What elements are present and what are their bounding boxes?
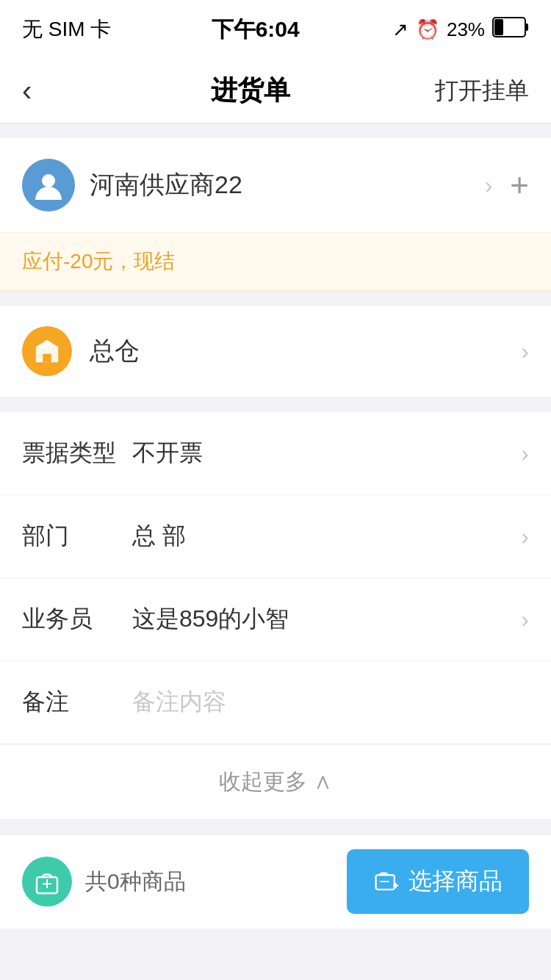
remarks-label: 备注	[22, 686, 125, 718]
warehouse-chevron-icon: ›	[521, 338, 529, 365]
notice-text: 应付-20元，现结	[22, 250, 175, 273]
select-product-label: 选择商品	[408, 865, 503, 898]
warehouse-section: 总仓 ›	[0, 306, 551, 397]
remarks-input[interactable]: 备注内容	[125, 686, 529, 718]
divider2	[0, 291, 551, 306]
collapse-row[interactable]: 收起更多 ∧	[0, 744, 551, 819]
bottom-bar: 共0种商品 选择商品	[0, 834, 551, 929]
collapse-label: 收起更多 ∧	[219, 767, 331, 797]
supplier-section: 河南供应商22 › + 应付-20元，现结	[0, 138, 551, 291]
department-value: 总 部	[125, 520, 521, 552]
product-count-text: 共0种商品	[85, 867, 186, 897]
department-row[interactable]: 部门 总 部 ›	[0, 495, 551, 578]
department-label: 部门	[22, 520, 125, 552]
department-chevron-icon: ›	[521, 523, 529, 550]
status-left: 无 SIM 卡	[22, 15, 118, 43]
warehouse-row[interactable]: 总仓 ›	[0, 306, 551, 397]
supplier-row[interactable]: 河南供应商22 › +	[0, 138, 551, 233]
salesperson-chevron-icon: ›	[521, 606, 529, 633]
alarm-icon: ⏰	[416, 18, 439, 41]
empty-area	[0, 929, 551, 980]
notice-banner: 应付-20元，现结	[0, 233, 551, 291]
carrier-text: 无 SIM 卡	[22, 15, 111, 43]
supplier-name: 河南供应商22	[90, 168, 485, 202]
salesperson-row[interactable]: 业务员 这是859的小智 ›	[0, 578, 551, 661]
svg-rect-3	[525, 24, 528, 31]
invoice-type-label: 票据类型	[22, 437, 125, 469]
svg-rect-2	[494, 19, 503, 35]
back-button[interactable]: ‹	[22, 74, 66, 107]
svg-rect-9	[376, 875, 395, 890]
salesperson-value: 这是859的小智	[125, 603, 521, 635]
form-section: 票据类型 不开票 › 部门 总 部 › 业务员 这是859的小智 › 备注 备注…	[0, 412, 551, 819]
open-pending-button[interactable]: 打开挂单	[435, 75, 529, 107]
supplier-avatar	[22, 159, 75, 212]
warehouse-name: 总仓	[90, 334, 521, 368]
warehouse-icon	[22, 326, 72, 376]
select-product-icon	[373, 868, 400, 895]
invoice-type-value: 不开票	[125, 437, 521, 469]
page-title: 进货单	[211, 73, 290, 109]
svg-rect-5	[43, 354, 51, 362]
product-count-icon	[22, 857, 72, 907]
divider4	[0, 819, 551, 834]
status-right: ↗ ⏰ 23%	[392, 17, 529, 43]
status-bar: 无 SIM 卡 下午6:04 ↗ ⏰ 23%	[0, 0, 551, 59]
battery-icon	[492, 17, 529, 43]
battery-text: 23%	[447, 18, 485, 41]
invoice-type-row[interactable]: 票据类型 不开票 ›	[0, 412, 551, 495]
status-time: 下午6:04	[212, 15, 300, 45]
supplier-actions: › +	[485, 169, 529, 201]
nav-bar: ‹ 进货单 打开挂单	[0, 59, 551, 123]
svg-point-4	[42, 174, 55, 187]
divider3	[0, 397, 551, 412]
product-count-area: 共0种商品	[22, 857, 186, 907]
top-divider	[0, 123, 551, 138]
location-icon: ↗	[392, 18, 408, 41]
salesperson-label: 业务员	[22, 603, 125, 635]
select-product-button[interactable]: 选择商品	[347, 849, 529, 914]
add-supplier-button[interactable]: +	[510, 169, 529, 201]
remarks-row[interactable]: 备注 备注内容	[0, 661, 551, 744]
invoice-type-chevron-icon: ›	[521, 440, 529, 467]
supplier-chevron-icon[interactable]: ›	[485, 172, 493, 199]
